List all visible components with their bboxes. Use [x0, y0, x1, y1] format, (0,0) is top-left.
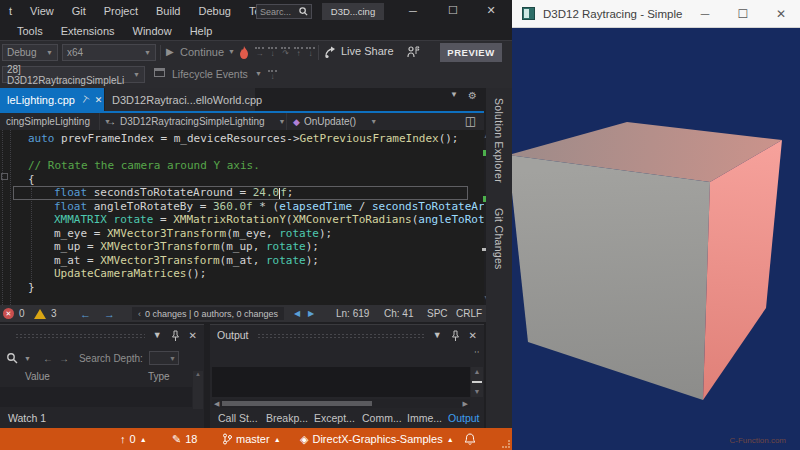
- tab-watch1[interactable]: Watch 1: [0, 407, 54, 429]
- nav-type-dropdown[interactable]: → D3D12RaytracingSimpleLighting▼: [100, 113, 287, 130]
- tab-output[interactable]: Output: [440, 407, 488, 429]
- code-line[interactable]: float angleToRotateBy = 360.0f * (elapse…: [0, 200, 484, 214]
- toolbar-overflow-icon[interactable]: '': [475, 349, 480, 359]
- startup-process-dropdown[interactable]: 28] D3D12RaytracingSimpleLi▼: [2, 66, 145, 83]
- repository-selector[interactable]: ◈ DirectX-Graphics-Samples ▲: [300, 428, 454, 450]
- lifecycle-dropdown-caret[interactable]: ▼: [255, 70, 262, 77]
- split-editor-icon[interactable]: ◫: [465, 114, 476, 128]
- menu-item-tools[interactable]: Tools: [8, 22, 52, 40]
- line-indicator[interactable]: Ln: 619: [336, 305, 369, 322]
- menu-item-project[interactable]: Project: [95, 0, 147, 22]
- outline-collapse-box[interactable]: [1, 173, 8, 180]
- step-out-icon[interactable]: ↑: [294, 47, 303, 57]
- navigate-back-icon[interactable]: ←: [80, 305, 91, 322]
- navigate-forward-icon[interactable]: →: [104, 305, 115, 322]
- watch-title-bar[interactable]: ▼ ✕: [0, 325, 204, 345]
- code-line[interactable]: {: [0, 173, 484, 187]
- next-marker-icon[interactable]: ▶: [308, 305, 314, 322]
- close-panel-icon[interactable]: ✕: [189, 330, 197, 341]
- window-position-caret-icon[interactable]: ▼: [153, 330, 162, 340]
- close-panel-icon[interactable]: ✕: [469, 330, 477, 341]
- code-editor[interactable]: auto prevFrameIndex = m_deviceResources-…: [0, 130, 484, 305]
- hot-reload-flame-icon[interactable]: [239, 46, 249, 59]
- app-title-bar[interactable]: D3D12 Raytracing - Simple Lig... ─ ☐ ✕: [512, 0, 800, 28]
- indentation-indicator[interactable]: SPC: [427, 305, 448, 322]
- code-line[interactable]: XMMATRIX rotate = XMMatrixRotationY(XMCo…: [0, 213, 484, 227]
- watch-list[interactable]: [0, 387, 192, 407]
- preview-button[interactable]: PREVIEW: [440, 43, 502, 62]
- output-hscroll-thumb[interactable]: [222, 401, 372, 406]
- tab-list-caret-icon[interactable]: ▼: [450, 90, 458, 101]
- search-options-caret-icon[interactable]: ▼: [24, 355, 31, 362]
- step-into-icon[interactable]: ↓: [268, 47, 277, 57]
- menu-item-edit-cut[interactable]: t: [0, 0, 21, 22]
- close-button[interactable]: ✕: [476, 0, 506, 21]
- menu-item-git[interactable]: Git: [63, 0, 95, 22]
- error-count[interactable]: ✕ 0: [3, 305, 25, 322]
- platform-dropdown[interactable]: x64▼: [62, 44, 156, 61]
- prev-marker-icon[interactable]: ◀: [294, 305, 300, 322]
- output-vscroll-thumb[interactable]: [472, 381, 482, 383]
- branch-selector[interactable]: master ▲: [222, 428, 281, 450]
- maximize-button[interactable]: ☐: [438, 0, 468, 21]
- continue-play-icon[interactable]: ▶: [166, 46, 174, 57]
- show-next-statement-icon[interactable]: →: [255, 47, 264, 57]
- code-line[interactable]: // Rotate the camera around Y axis.: [0, 159, 484, 173]
- line-ending-indicator[interactable]: CRLF: [456, 305, 482, 322]
- app-minimize-button[interactable]: ─: [686, 0, 724, 27]
- pin-icon[interactable]: [451, 330, 460, 341]
- nav-project-dropdown[interactable]: cingSimpleLighting▼: [0, 113, 100, 130]
- code-line[interactable]: m_up = XMVector3Transform(m_up, rotate);: [0, 240, 484, 254]
- tab-solution-explorer[interactable]: Solution Explorer: [486, 94, 512, 194]
- unsaved-edits-indicator[interactable]: ✎ 18: [172, 428, 197, 450]
- app-maximize-button[interactable]: ☐: [724, 0, 762, 27]
- step-over-icon[interactable]: ↷: [281, 47, 290, 57]
- continue-button[interactable]: Continue: [180, 46, 224, 58]
- search-next-icon[interactable]: →: [59, 353, 69, 364]
- codelens-changes[interactable]: ‹ 0 changes | 0 authors, 0 changes: [132, 307, 284, 320]
- column-indicator[interactable]: Ch: 41: [384, 305, 413, 322]
- menu-item-build[interactable]: Build: [147, 0, 189, 22]
- nav-member-dropdown[interactable]: ◆ OnUpdate()▼: [287, 113, 455, 130]
- search-prev-icon[interactable]: ←: [43, 353, 53, 364]
- configuration-dropdown[interactable]: Debug▼: [2, 44, 58, 61]
- code-line[interactable]: m_eye = XMVector3Transform(m_eye, rotate…: [0, 227, 484, 241]
- output-log[interactable]: [212, 367, 470, 397]
- force-gc-icon[interactable]: ↓: [268, 70, 277, 80]
- search-depth-dropdown[interactable]: ▼: [149, 351, 179, 365]
- code-line[interactable]: [0, 146, 484, 160]
- warning-count[interactable]: 3: [34, 305, 57, 322]
- output-title-bar[interactable]: Output ▼ ✕: [210, 325, 484, 345]
- continue-dropdown-caret[interactable]: ▼: [228, 48, 235, 55]
- push-commits-button[interactable]: ↑ 0 ▲: [120, 428, 147, 450]
- editor-settings-gear-icon[interactable]: ⚙: [468, 90, 477, 101]
- menu-item-view[interactable]: View: [21, 0, 63, 22]
- watch-search-icon[interactable]: [6, 352, 18, 364]
- menu-item-extensions[interactable]: Extensions: [52, 22, 124, 40]
- lifecycle-events-dropdown[interactable]: Lifecycle Events: [172, 68, 248, 80]
- live-share-button[interactable]: Live Share: [341, 45, 394, 57]
- search-input[interactable]: Searc...: [256, 4, 312, 19]
- type-column-header[interactable]: Type: [148, 371, 170, 382]
- tab-simplelighting-cpp[interactable]: leLighting.cpp ⊤ ✕: [0, 88, 104, 111]
- tab-git-changes[interactable]: Git Changes: [486, 204, 512, 290]
- run-to-cursor-icon[interactable]: ↓: [306, 47, 315, 57]
- value-column-header[interactable]: Value: [25, 371, 50, 382]
- minimize-button[interactable]: ─: [398, 0, 428, 21]
- send-feedback-icon[interactable]: [406, 45, 420, 59]
- resize-grip[interactable]: [502, 440, 510, 448]
- code-line[interactable]: float secondsToRotateAround = 24.0f;: [0, 186, 484, 200]
- code-line[interactable]: }: [0, 281, 484, 295]
- watch-scrollbar[interactable]: ▲: [193, 371, 203, 409]
- tab-helloworld-cpp[interactable]: D3D12Raytraci...elloWorld.cpp: [105, 88, 255, 111]
- menu-item-window[interactable]: Window: [124, 22, 181, 40]
- close-tab-icon[interactable]: ✕: [95, 95, 103, 105]
- pin-icon[interactable]: ⊤: [79, 93, 91, 106]
- menu-item-debug[interactable]: Debug: [190, 0, 240, 22]
- code-line[interactable]: m_at = XMVector3Transform(m_at, rotate);: [0, 254, 484, 268]
- menu-item-help[interactable]: Help: [181, 22, 222, 40]
- live-share-icon[interactable]: [324, 45, 338, 59]
- pin-icon[interactable]: [171, 330, 180, 341]
- code-line[interactable]: UpdateCameraMatrices();: [0, 267, 484, 281]
- code-line[interactable]: auto prevFrameIndex = m_deviceResources-…: [0, 132, 484, 146]
